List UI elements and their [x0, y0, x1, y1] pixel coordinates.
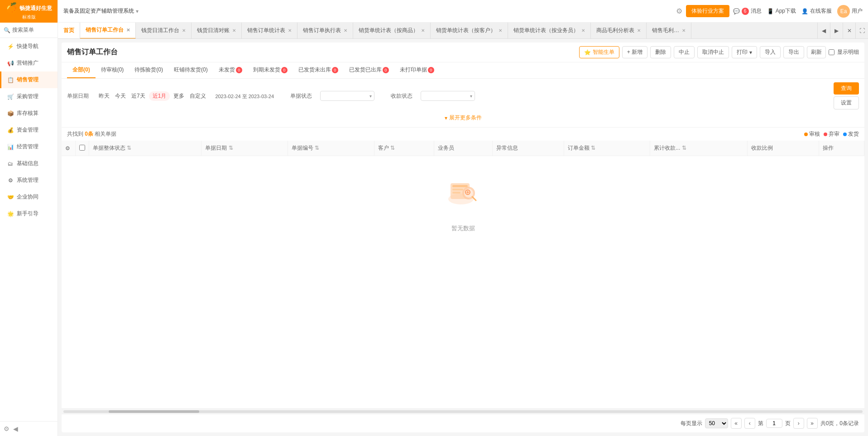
import-btn[interactable]: 导入 — [760, 46, 781, 58]
sub-tab-unshipped[interactable]: 未发货0 — [213, 62, 248, 78]
display-detail-checkbox[interactable] — [829, 49, 834, 55]
tab-margin[interactable]: 商品毛利分析表 ✕ — [591, 23, 647, 39]
stop-btn[interactable]: 中止 — [674, 46, 695, 58]
sub-tab-all[interactable]: 全部(0) — [67, 62, 96, 78]
payment-select[interactable] — [421, 91, 475, 101]
table-scroll[interactable]: ⚙ 单据整体状态 ⇅ 单据日期 ⇅ — [62, 141, 864, 408]
refresh-btn[interactable]: 刷新 — [807, 46, 826, 58]
sidebar-item-finance[interactable]: 💰 资金管理 — [0, 122, 58, 138]
sub-tab-overdue[interactable]: 到期未发货0 — [248, 62, 293, 78]
tab-close-sales-by-product[interactable]: ✕ — [421, 28, 425, 33]
date-option-7days[interactable]: 近7天 — [129, 91, 147, 101]
date-option-custom[interactable]: 自定义 — [188, 91, 208, 101]
industry-btn[interactable]: 体验行业方案 — [686, 5, 729, 17]
sidebar-item-sales[interactable]: 📋 销售管理 — [0, 71, 58, 88]
sub-tab-pending-check[interactable]: 待拣验货(0) — [129, 62, 168, 78]
user-item[interactable]: Ea 用户 — [837, 5, 863, 18]
sidebar-search[interactable]: 🔍 搜索菜单 — [0, 23, 58, 38]
delete-btn[interactable]: 删除 — [650, 46, 671, 58]
tab-home[interactable]: 首页 — [58, 23, 80, 39]
print-btn[interactable]: 打印 ▾ — [732, 46, 757, 58]
sidebar-item-system[interactable]: ⚙ 系统管理 — [0, 172, 58, 189]
tab-close-sales-margin[interactable]: ✕ — [682, 28, 686, 33]
scrollbar-thumb[interactable] — [109, 410, 199, 413]
tab-sales-workbench[interactable]: 销售订单工作台 ✕ — [80, 23, 136, 39]
date-option-1month[interactable]: 近1月 — [149, 91, 170, 101]
sort-collected-icon[interactable]: ⇅ — [682, 145, 686, 151]
tab-cash-daily[interactable]: 钱货日清工作台 ✕ — [136, 23, 192, 39]
online-service-item[interactable]: 👤 在线客服 — [801, 7, 832, 15]
tab-sales-exec[interactable]: 销售订单执行表 ✕ — [297, 23, 353, 39]
export-btn[interactable]: 导出 — [783, 46, 804, 58]
tab-close-cash-reconcile[interactable]: ✕ — [232, 28, 236, 33]
cancel-stop-btn[interactable]: 取消中止 — [697, 46, 729, 58]
sort-customer-icon[interactable]: ⇅ — [390, 145, 395, 151]
sidebar-item-operations[interactable]: 📊 经营管理 — [0, 138, 58, 155]
sub-tab-shipped-out[interactable]: 已发货已出库0 — [344, 62, 394, 78]
sub-tab-pending-review[interactable]: 待审核(0) — [96, 62, 129, 78]
sub-tab-shipped-not-out[interactable]: 已发货未出库0 — [293, 62, 344, 78]
filter-setting-btn[interactable]: 设置 — [834, 96, 859, 109]
sort-amount-icon[interactable]: ⇅ — [591, 145, 595, 151]
display-detail-toggle[interactable]: 显示明细 — [829, 48, 859, 56]
page-input[interactable] — [766, 419, 782, 428]
tab-close-sales-by-customer[interactable]: ✕ — [499, 28, 502, 33]
sub-tab-not-printed[interactable]: 未打印单据0 — [394, 62, 440, 78]
next-page-btn[interactable]: › — [793, 418, 804, 429]
smart-create-btn[interactable]: ⭐ 智能生单 — [579, 46, 619, 58]
sort-icon[interactable]: ⇅ — [127, 145, 131, 151]
expand-filters-btn[interactable]: ▾ 展开更多条件 — [445, 114, 482, 122]
tab-close-cash-daily[interactable]: ✕ — [182, 28, 186, 33]
sort-number-icon[interactable]: ⇅ — [315, 145, 319, 151]
tabs-nav-right[interactable]: ▶ — [830, 23, 843, 39]
tab-close-sales-workbench[interactable]: ✕ — [126, 28, 130, 33]
tab-close-sales-by-staff[interactable]: ✕ — [581, 28, 585, 33]
tab-sales-by-customer[interactable]: 销货单统计表（按客户） ✕ — [431, 23, 508, 39]
sidebar-item-purchase[interactable]: 🛒 采购管理 — [0, 88, 58, 105]
review-action-btn[interactable]: 审核 — [804, 130, 820, 138]
basic-icon: 🗂 — [7, 160, 14, 167]
topbar-settings-icon[interactable]: ⚙ — [676, 7, 682, 15]
sidebar-item-basic[interactable]: 🗂 基础信息 — [0, 155, 58, 172]
tab-sales-margin[interactable]: 销售毛利… ✕ — [647, 23, 691, 39]
sidebar-item-quicknav[interactable]: ⚡ 快捷导航 — [0, 38, 58, 55]
sort-date-icon[interactable]: ⇅ — [229, 145, 233, 151]
select-all-checkbox[interactable] — [79, 145, 85, 151]
message-item[interactable]: 💬 6 消息 — [733, 7, 762, 15]
tab-sales-by-product[interactable]: 销货单统计表（按商品） ✕ — [353, 23, 431, 39]
date-option-today[interactable]: 今天 — [113, 91, 128, 101]
sidebar-item-marketing[interactable]: 📢 营销推广 — [0, 55, 58, 71]
new-btn[interactable]: + 新增 — [622, 46, 647, 58]
first-page-btn[interactable]: « — [731, 418, 742, 429]
horizontal-scrollbar[interactable] — [62, 408, 864, 414]
date-option-more[interactable]: 更多 — [172, 91, 186, 101]
sidebar-item-guide[interactable]: 🌟 新手引导 — [0, 205, 58, 222]
query-btn[interactable]: 查询 — [834, 82, 859, 95]
per-page-select[interactable]: 50 100 — [705, 418, 728, 428]
last-page-btn[interactable]: » — [807, 418, 818, 429]
sub-tab-wangpu[interactable]: 旺铺待发货(0) — [168, 62, 213, 78]
sidebar-item-inventory[interactable]: 📦 库存核算 — [0, 105, 58, 122]
tab-close-sales-stats[interactable]: ✕ — [288, 28, 292, 33]
settings-icon[interactable]: ⚙ — [4, 425, 10, 432]
tab-close-all[interactable]: ✕ — [843, 23, 855, 39]
col-checkbox[interactable] — [75, 141, 89, 156]
marketing-label: 营销推广 — [17, 59, 38, 67]
tabs-nav-left[interactable]: ◀ — [817, 23, 830, 39]
sales-label: 销售管理 — [17, 76, 38, 84]
tab-cash-reconcile[interactable]: 钱货日清对账 ✕ — [192, 23, 242, 39]
ship-action-btn[interactable]: 发货 — [843, 130, 859, 138]
tab-close-margin[interactable]: ✕ — [637, 28, 641, 33]
tab-sales-stats[interactable]: 销售订单统计表 ✕ — [242, 23, 297, 39]
prev-page-btn[interactable]: ‹ — [744, 418, 755, 429]
app-download-item[interactable]: 📱 App下载 — [767, 7, 796, 15]
sidebar-item-enterprise[interactable]: 🤝 企业协同 — [0, 189, 58, 205]
status-select[interactable] — [320, 91, 374, 101]
cancel-action-btn[interactable]: 弃审 — [824, 130, 839, 138]
date-option-yesterday[interactable]: 昨天 — [97, 91, 111, 101]
col-settings[interactable]: ⚙ — [62, 141, 75, 156]
tab-close-sales-exec[interactable]: ✕ — [344, 28, 347, 33]
tab-sales-by-staff[interactable]: 销货单统计表（按业务员） ✕ — [508, 23, 591, 39]
tab-fullscreen[interactable]: ⛶ — [855, 23, 868, 39]
collapse-icon[interactable]: ◀ — [13, 425, 18, 432]
